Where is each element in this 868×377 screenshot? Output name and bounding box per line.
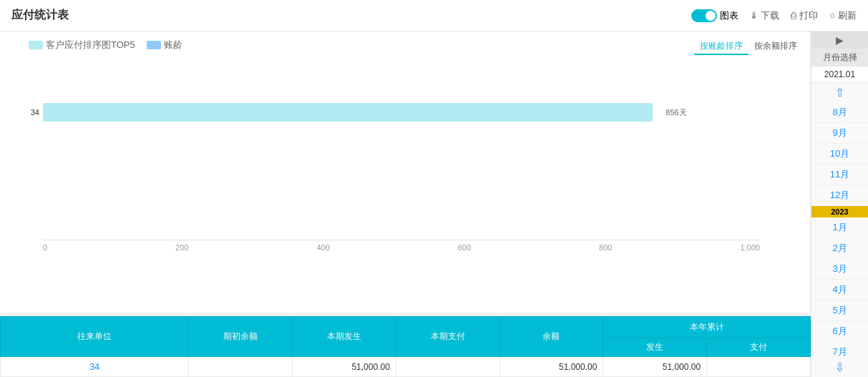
x-label-0: 0 (43, 243, 47, 252)
legend-customer-label: 客户应付排序图TOP5 (46, 39, 135, 52)
chart-toggle-wrap: 图表 (691, 9, 738, 22)
cell-current-occur: 51,000.00 (293, 357, 396, 377)
cell-current-pay (396, 357, 499, 377)
x-label-400: 400 (316, 243, 329, 252)
table-row: 34 51,000.00 51,000.00 51,000.00 (1, 357, 811, 377)
month-4[interactable]: 4月 (811, 280, 868, 300)
bar-row-34: 34 856天 (43, 102, 760, 123)
col-vendor: 往来单位 (1, 317, 189, 357)
x-label-200: 200 (175, 243, 188, 252)
year-2023-badge[interactable]: 2023 (811, 206, 868, 217)
bar-label-34: 34 (18, 108, 39, 117)
header: 应付统计表 图表 ⇓ 下载 ⎙ 打印 ○ 刷新 (0, 0, 868, 31)
chevron-right-icon: ▶ (836, 34, 844, 46)
download-label: 下载 (761, 9, 779, 22)
header-actions: 图表 ⇓ 下载 ⎙ 打印 ○ 刷新 (691, 9, 857, 22)
cell-vendor: 34 (1, 357, 189, 377)
print-button[interactable]: ⎙ 打印 (791, 9, 818, 22)
col-ytd-occur: 发生 (603, 338, 707, 357)
refresh-label: 刷新 (838, 9, 857, 22)
cell-balance: 51,000.00 (499, 357, 603, 377)
cell-ytd-pay (707, 357, 811, 377)
cell-opening (189, 357, 293, 377)
content-panel: 客户应付排序图TOP5 账龄 按账龄排序 按余额排序 34 856天 (0, 31, 811, 377)
chart-area: 34 856天 0 200 400 600 800 1,000 (43, 59, 803, 266)
col-ytd-group: 本年累计 (603, 317, 811, 338)
page-title: 应付统计表 (11, 8, 69, 23)
legend-account-color (147, 41, 161, 49)
x-label-600: 600 (458, 243, 471, 252)
table-body: 34 51,000.00 51,000.00 51,000.00 (1, 357, 811, 377)
refresh-button[interactable]: ○ 刷新 (829, 9, 857, 22)
sort-tab-balance[interactable]: 按账龄排序 (694, 39, 748, 55)
right-sidebar: ▶ 月份选择 2021.01 ⇧ 8月 9月 10月 11月 12月 2023 … (811, 31, 868, 377)
month-list: 8月 9月 10月 11月 12月 2023 1月 2月 3月 4月 5月 6月… (811, 102, 868, 358)
x-label-800: 800 (599, 243, 612, 252)
scroll-down-button[interactable]: ⇩ (811, 358, 868, 377)
download-icon: ⇓ (750, 10, 758, 21)
sidebar-collapse-btn[interactable]: ▶ (811, 31, 868, 49)
print-label: 打印 (799, 9, 818, 22)
month-6[interactable]: 6月 (811, 321, 868, 342)
month-7[interactable]: 7月 (811, 342, 868, 358)
chart-panel: 客户应付排序图TOP5 账龄 按账龄排序 按余额排序 34 856天 (0, 31, 811, 313)
month-8[interactable]: 8月 (811, 102, 868, 123)
table-section: 往来单位 期初余额 本期发生 本期支付 余额 本年累计 发生 支付 34 (0, 315, 811, 377)
col-current-pay: 本期支付 (396, 317, 499, 357)
x-axis: 0 200 400 600 800 1,000 (43, 240, 760, 252)
print-icon: ⎙ (791, 10, 796, 21)
cell-ytd-occur: 51,000.00 (603, 357, 707, 377)
bar-34: 856天 (43, 103, 653, 122)
month-9[interactable]: 9月 (811, 123, 868, 144)
month-10[interactable]: 10月 (811, 144, 868, 165)
table-header-row: 往来单位 期初余额 本期发生 本期支付 余额 本年累计 (1, 317, 811, 338)
month-5[interactable]: 5月 (811, 300, 868, 321)
col-ytd-pay: 支付 (707, 338, 811, 357)
legend-customer: 客户应付排序图TOP5 (29, 39, 135, 52)
chart-legend: 客户应付排序图TOP5 账龄 (7, 39, 803, 52)
chart-toggle-label: 图表 (720, 9, 738, 22)
chart-sort: 按账龄排序 按余额排序 (694, 39, 803, 55)
col-opening: 期初余额 (189, 317, 293, 357)
legend-account-label: 账龄 (164, 39, 182, 52)
current-date-value: 2021.01 (811, 67, 868, 83)
scroll-up-button[interactable]: ⇧ (811, 83, 868, 102)
month-2[interactable]: 2月 (811, 238, 868, 259)
legend-customer-color (29, 41, 43, 49)
download-button[interactable]: ⇓ 下载 (750, 9, 779, 22)
month-3[interactable]: 3月 (811, 259, 868, 280)
legend-account: 账龄 (147, 39, 182, 52)
col-balance: 余额 (499, 317, 603, 357)
chart-toggle[interactable] (691, 9, 717, 22)
date-select-label: 月份选择 (811, 49, 868, 67)
sort-tab-amount[interactable]: 按余额排序 (748, 39, 803, 55)
x-label-1000: 1,000 (740, 243, 760, 252)
vendor-link[interactable]: 34 (89, 361, 99, 372)
month-11[interactable]: 11月 (811, 165, 868, 185)
main-area: 客户应付排序图TOP5 账龄 按账龄排序 按余额排序 34 856天 (0, 31, 868, 377)
bar-value-34: 856天 (665, 107, 686, 118)
data-table: 往来单位 期初余额 本期发生 本期支付 余额 本年累计 发生 支付 34 (0, 316, 811, 377)
col-current-occur: 本期发生 (293, 317, 396, 357)
month-12[interactable]: 12月 (811, 185, 868, 206)
refresh-icon: ○ (829, 10, 835, 21)
month-1[interactable]: 1月 (811, 217, 868, 238)
